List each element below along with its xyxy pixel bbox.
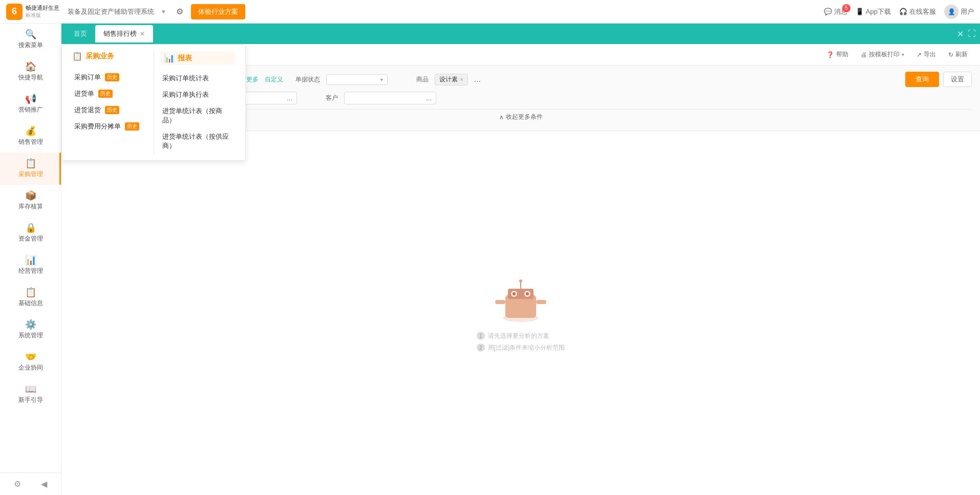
sidebar-item-quick[interactable]: 🏠 快捷导航 xyxy=(0,56,61,88)
step-num-1: 1 xyxy=(477,332,485,340)
purchase-col-icon: 📋 xyxy=(72,51,82,61)
purchase-col-label: 采购业务 xyxy=(86,52,114,61)
logo-text: 畅捷通好生意 标准版 xyxy=(26,4,59,18)
dropdown-item-supplier-stats[interactable]: 进货单统计表（按供应商） xyxy=(160,128,236,154)
history-badge-2: 历史 xyxy=(98,90,113,98)
reports-col-header: 📊 报表 xyxy=(160,51,236,65)
reports-col-label: 报表 xyxy=(178,54,192,63)
sidebar-item-marketing[interactable]: 📢 营销推广 xyxy=(0,88,61,120)
tab-sales-rank-label: 销售排行榜 xyxy=(103,29,137,38)
industry-btn[interactable]: 体验行业方案 xyxy=(191,4,245,19)
po-stats-label: 采购订单统计表 xyxy=(162,74,209,83)
dropdown-item-purchase-order[interactable]: 采购订单 历史 xyxy=(72,69,147,85)
tab-close-btn[interactable]: ✕ xyxy=(140,30,145,37)
customer-field[interactable]: ... xyxy=(344,92,436,104)
sidebar-label-basic: 基础信息 xyxy=(18,299,43,308)
help-icon: ❓ xyxy=(826,51,834,58)
tab-sales-rank[interactable]: 销售排行榜 ✕ xyxy=(95,25,153,42)
online-service-btn[interactable]: 🎧 在线客服 xyxy=(899,7,936,16)
refresh-btn[interactable]: ↻ 刷新 xyxy=(944,48,972,61)
purchase-dropdown-menu: 📋 采购业务 采购订单 历史 进货单 历史 进货退货 历史 采购费用分摊单 历史 xyxy=(61,45,246,161)
message-btn[interactable]: 💬 消息 5 xyxy=(824,7,847,16)
svg-rect-10 xyxy=(536,300,546,304)
goods-tag-close-btn[interactable]: × xyxy=(460,76,463,82)
app-download-btn[interactable]: 📱 App下载 xyxy=(856,7,891,16)
sidebar: 🔍 搜索菜单 🏠 快捷导航 📢 营销推广 💰 销售管理 📋 采购管理 📦 库存核… xyxy=(0,24,61,495)
sidebar-item-basic[interactable]: 📋 基础信息 xyxy=(0,282,61,314)
search-icon: 🔍 xyxy=(25,30,36,39)
empty-step-1: 1 请先选择要分析的方案 xyxy=(477,332,565,340)
date-shortcuts-more[interactable]: 更多 xyxy=(246,75,259,84)
date-shortcuts-custom[interactable]: 自定义 xyxy=(265,75,283,84)
topbar-actions: 💬 消息 5 📱 App下载 🎧 在线客服 👤 用户 xyxy=(824,5,974,19)
reports-col-icon: 📊 xyxy=(164,53,175,63)
query-btn[interactable]: 查询 xyxy=(905,72,939,87)
sidebar-item-inventory[interactable]: 📦 库存核算 xyxy=(0,185,61,217)
status-select[interactable]: ▾ xyxy=(326,74,388,85)
user-btn[interactable]: 👤 用户 xyxy=(944,5,974,19)
sidebar-item-guide[interactable]: 📖 新手引导 xyxy=(0,378,61,411)
customer-label: 客户 xyxy=(307,94,338,102)
phone-icon: 📱 xyxy=(856,8,864,15)
window-expand-btn[interactable]: ⛶ xyxy=(968,29,976,38)
history-badge-1: 历史 xyxy=(105,73,119,81)
help-btn[interactable]: ❓ 帮助 xyxy=(822,48,853,61)
dropdown-item-goods-stats[interactable]: 进货单统计表（按商品） xyxy=(160,103,236,128)
collapse-label: 收起更多条件 xyxy=(506,113,543,121)
home-icon: 🏠 xyxy=(25,62,36,71)
refresh-icon: ↻ xyxy=(948,51,953,58)
sidebar-label-operations: 经营管理 xyxy=(18,267,43,275)
step-1-text: 请先选择要分析的方案 xyxy=(488,332,549,340)
sidebar-label-marketing: 营销推广 xyxy=(18,105,43,114)
sidebar-settings-btn[interactable]: ⚙ xyxy=(14,479,21,489)
filter-actions-right: 查询 设置 xyxy=(905,72,972,87)
print-btn[interactable]: 🖨 按模板打印 ▾ xyxy=(857,48,908,61)
dropdown-item-purchase-cost[interactable]: 采购费用分摊单 历史 xyxy=(72,118,147,135)
sidebar-item-enterprise[interactable]: 🤝 企业协同 xyxy=(0,346,61,378)
dropdown-item-po-stats[interactable]: 采购订单统计表 xyxy=(160,70,236,87)
operations-icon: 📊 xyxy=(25,255,36,265)
export-btn[interactable]: ↗ 导出 xyxy=(912,48,940,61)
title-dropdown-btn[interactable]: ▾ xyxy=(158,7,168,17)
sidebar-item-finance[interactable]: 🔒 资金管理 xyxy=(0,217,61,249)
sidebar-item-purchase[interactable]: 📋 采购管理 xyxy=(0,153,61,185)
setting-btn[interactable]: 设置 xyxy=(943,72,972,87)
purchase-icon: 📋 xyxy=(25,159,36,168)
empty-state: 1 请先选择要分析的方案 2 用[过滤]条件来缩小分析范围 xyxy=(61,131,980,495)
system-title: 装备及固定资产辅助管理系统 xyxy=(68,7,154,16)
enterprise-icon: 🤝 xyxy=(25,352,36,361)
tab-home[interactable]: 首页 xyxy=(66,25,95,42)
dropdown-col-reports: 📊 报表 采购订单统计表 采购订单执行表 进货单统计表（按商品） 进货单统计表（… xyxy=(156,51,240,154)
finance-icon: 🔒 xyxy=(25,223,36,232)
purchase-cost-label: 采购费用分摊单 xyxy=(74,122,121,131)
print-chevron-icon: ▾ xyxy=(902,52,904,57)
sidebar-item-search[interactable]: 🔍 搜索菜单 xyxy=(0,24,61,56)
sidebar-collapse-btn[interactable]: ◀ xyxy=(41,479,47,489)
step-num-2: 2 xyxy=(477,343,485,352)
goods-ellipsis-btn[interactable]: ... xyxy=(474,75,481,84)
empty-steps: 1 请先选择要分析的方案 2 用[过滤]条件来缩小分析范围 xyxy=(477,332,565,352)
status-label: 单据状态 xyxy=(289,75,320,84)
sidebar-item-operations[interactable]: 📊 经营管理 xyxy=(0,249,61,282)
tab-home-label: 首页 xyxy=(74,29,87,38)
step-2-text: 用[过滤]条件来缩小分析范围 xyxy=(488,343,565,352)
history-badge-4: 历史 xyxy=(125,122,139,131)
settings-gear-icon[interactable]: ⚙ xyxy=(173,5,187,19)
history-badge-3: 历史 xyxy=(105,106,119,114)
sidebar-label-enterprise: 企业协同 xyxy=(18,363,43,372)
sidebar-label-purchase: 采购管理 xyxy=(18,170,43,179)
window-close-btn[interactable]: ✕ xyxy=(957,29,964,39)
dropdown-item-stock-in[interactable]: 进货单 历史 xyxy=(72,85,147,102)
sidebar-label-guide: 新手引导 xyxy=(18,396,43,404)
salesman-ellipsis: ... xyxy=(287,94,292,102)
dropdown-item-po-exec[interactable]: 采购订单执行表 xyxy=(160,87,236,103)
sidebar-item-sales[interactable]: 💰 销售管理 xyxy=(0,120,61,153)
help-label: 帮助 xyxy=(836,50,848,59)
sidebar-label-system: 系统管理 xyxy=(18,331,43,340)
supplier-stats-label: 进货单统计表（按供应商） xyxy=(162,132,233,150)
goods-tag: 设计素 × xyxy=(435,74,467,85)
sidebar-label-sales: 销售管理 xyxy=(18,138,43,146)
dropdown-item-stock-return[interactable]: 进货退货 历史 xyxy=(72,102,147,118)
dropdown-col-purchase: 📋 采购业务 采购订单 历史 进货单 历史 进货退货 历史 采购费用分摊单 历史 xyxy=(68,51,152,154)
sidebar-item-system[interactable]: ⚙️ 系统管理 xyxy=(0,314,61,346)
